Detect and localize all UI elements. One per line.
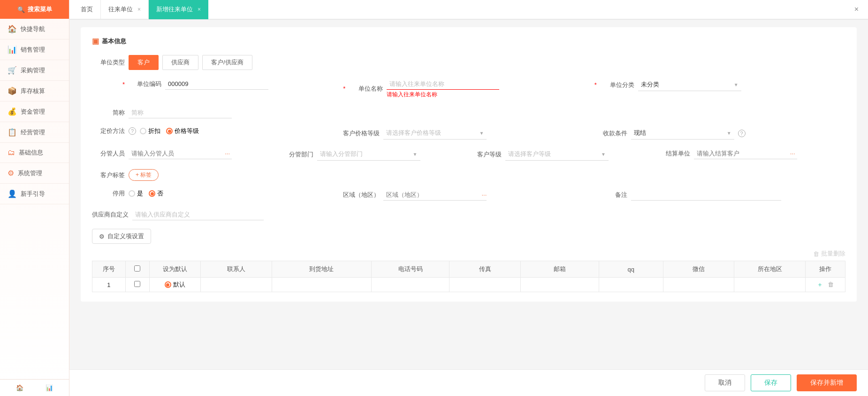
payment-select[interactable]: 现结 ▼ [631,127,734,140]
footer-icon-2[interactable]: 📊 [46,384,53,391]
save-new-button[interactable]: 保存并新增 [797,374,857,391]
sidebar-item-label: 采购管理 [21,66,45,75]
sidebar-item-purchase[interactable]: 🛒 采购管理 [0,60,69,81]
footer-icon-1[interactable]: 🏠 [16,384,23,391]
radio-discount-label: 折扣 [148,127,160,135]
sidebar-item-quick-nav[interactable]: 🏠 快捷导航 [0,19,69,39]
row-wechat-input[interactable] [680,281,717,288]
basic-info-icon: 🗂 [8,148,15,157]
save-button[interactable]: 保存 [751,374,791,391]
tab-home[interactable]: 首页 [73,0,101,19]
sidebar-item-basic-info[interactable]: 🗂 基础信息 [0,143,69,163]
radio-yes-label: 是 [137,189,143,198]
category-select[interactable]: 未分类 ▼ [638,78,741,91]
manager-dots-icon[interactable]: ··· [223,150,232,157]
form-content: ▣ 基本信息 单位类型 客户 供应商 客户/供应商 单位编码 [69,20,868,369]
sidebar-item-guide[interactable]: 👤 新手引导 [0,184,69,204]
payment-help-icon[interactable]: ? [738,130,746,137]
select-all-checkbox[interactable] [134,265,140,272]
supplier-custom-input[interactable] [132,209,264,220]
short-name-input[interactable] [129,107,232,118]
settlement-input[interactable] [694,148,788,159]
tab-partner-close[interactable]: × [137,6,141,13]
tab-new-partner-close[interactable]: × [198,6,201,13]
radio-no[interactable]: 否 [149,189,163,198]
contact-table: 序号 设为默认 联系人 到货地址 电话号码 传真 邮箱 qq 微信 所在地区 操… [92,261,845,292]
row-add-icon[interactable]: ＋ [817,281,823,288]
row-select-checkbox[interactable] [134,281,140,287]
sidebar-item-system[interactable]: ⚙ 系统管理 [0,163,69,184]
settlement-input-wrapper: ··· [694,148,797,159]
radio-price-level[interactable]: 价格等级 [166,127,199,135]
radio-price-level-circle [166,128,173,134]
remark-input[interactable] [631,189,781,201]
radio-yes[interactable]: 是 [129,189,143,198]
tab-partner-label: 往来单位 [108,5,133,14]
manager-row: 分管人员 ··· 分管部门 请输入分管部门 ▼ 客户等级 [92,148,845,161]
price-level-placeholder: 请选择客户价格等级 [386,129,476,137]
sidebar-footer: 🏠 📊 [0,379,69,396]
col-email: 邮箱 [521,261,599,278]
price-level-label: 客户价格等级 [343,129,380,138]
settings-gear-icon: ⚙ [99,233,105,240]
radio-discount[interactable]: 折扣 [140,127,160,135]
row-actions: ＋ 🗑 [805,278,845,292]
row-phone-input[interactable] [389,281,432,288]
sidebar-item-inventory[interactable]: 📦 库存核算 [0,81,69,101]
custom-settings-button[interactable]: ⚙ 自定义项设置 [92,229,151,244]
row-email-input[interactable] [539,281,581,288]
manager-input[interactable] [129,148,223,159]
customer-level-chevron-icon: ▼ [601,152,606,157]
footer-bar: 取消 保存 保存并新增 [69,369,868,396]
col-region: 所在地区 [734,261,806,278]
sidebar-item-sales[interactable]: 📊 销售管理 [0,39,69,60]
category-value: 未分类 [641,80,731,89]
region-dots-icon[interactable]: ··· [481,191,487,198]
region-input[interactable] [383,189,481,200]
row-default-radio[interactable]: 默认 [154,280,196,289]
radio-discount-circle [140,128,146,134]
code-label-text: 单位编码 [129,80,161,88]
radio-yes-circle [129,190,135,197]
row-qq-input[interactable] [615,281,647,288]
row-fax-input[interactable] [466,281,504,288]
search-icon: 🔍 [17,6,25,13]
row-address-input[interactable] [293,281,350,288]
window-close-button[interactable]: × [849,5,864,14]
col-default: 设为默认 [149,261,201,278]
unit-btn-both[interactable]: 客户/供应商 [202,55,252,70]
col-qq: qq [599,261,663,278]
code-input[interactable] [165,78,268,90]
unit-btn-customer[interactable]: 客户 [129,55,159,70]
pricing-help-icon[interactable]: ? [129,127,136,135]
card-title-icon: ▣ [92,37,99,46]
sidebar-search[interactable]: 🔍 搜索菜单 [0,0,69,19]
unit-btn-supplier[interactable]: 供应商 [162,55,198,70]
sidebar-item-operations[interactable]: 📋 经营管理 [0,122,69,143]
code-group: 单位编码 [92,78,343,90]
disable-row: 停用 是 否 区域（地区） [92,189,845,201]
sidebar-search-label: 搜索菜单 [28,5,52,14]
cancel-button[interactable]: 取消 [705,374,745,391]
card-title-text: 基本信息 [102,37,126,46]
settlement-dots-icon[interactable]: ··· [788,150,797,157]
row-delete-icon[interactable]: 🗑 [828,281,834,288]
tab-new-partner[interactable]: 新增往来单位 × [149,0,208,19]
batch-delete-label[interactable]: 批量删除 [821,249,845,258]
customer-level-label: 客户等级 [469,150,502,159]
tab-partner[interactable]: 往来单位 × [101,0,149,19]
dept-select[interactable]: 请输入分管部门 ▼ [317,148,420,161]
row-region-input[interactable] [751,281,789,288]
customer-level-group: 客户等级 请选择客户等级 ▼ [469,148,657,161]
name-input[interactable] [387,78,499,90]
sidebar-item-label: 系统管理 [18,169,42,178]
customer-level-select[interactable]: 请选择客户等级 ▼ [505,148,609,161]
add-tag-button[interactable]: + 标签 [129,169,159,181]
radio-no-circle [149,190,155,197]
sidebar-item-finance[interactable]: 💰 资金管理 [0,101,69,122]
row-contact-input[interactable] [218,281,255,288]
price-level-select[interactable]: 请选择客户价格等级 ▼ [383,127,487,140]
sidebar-item-label: 新手引导 [21,190,45,198]
settlement-group: 结算单位 ··· [657,148,846,159]
tab-new-partner-label: 新增往来单位 [156,5,193,14]
